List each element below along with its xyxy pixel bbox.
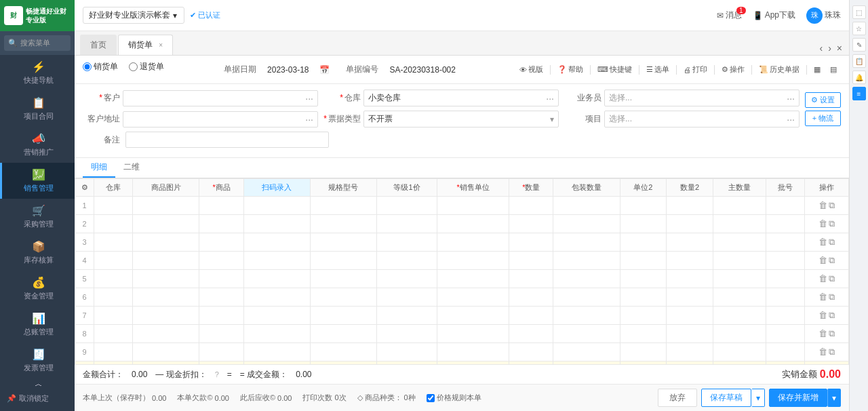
deal-label: = 成交金额： (240, 369, 288, 380)
tab-home[interactable]: 首页 (80, 35, 117, 55)
row-delete-btn[interactable]: 🗑 (818, 328, 828, 339)
form-fields: 客户 ··· 仓库 小卖仓库 ··· (75, 84, 849, 158)
row-delete-btn[interactable]: 🗑 (818, 199, 828, 211)
message-btn[interactable]: ✉ 消息 1 (717, 9, 742, 21)
sidebar-item-accounting[interactable]: 📊 总账管理 (0, 307, 75, 342)
search-menu-button[interactable]: 🔍 搜索菜单 (4, 35, 71, 51)
form-row-customer: 客户 ··· 仓库 小卖仓库 ··· (83, 90, 800, 106)
toolbar-shortcut-btn[interactable]: ⌨ 快捷键 (593, 63, 636, 76)
row-copy-btn[interactable]: ⧉ (828, 309, 835, 321)
note-input[interactable] (125, 132, 329, 148)
warehouse-input[interactable]: 小卖仓库 ··· (363, 90, 559, 106)
toolbar-ops-btn[interactable]: ⚙ 操作 (717, 63, 749, 76)
table-row: 7 🗑⧉ (75, 307, 849, 325)
tab-sales-order[interactable]: 销货单 × (118, 35, 173, 55)
save-draft-btn[interactable]: 保存草稿 (701, 389, 751, 407)
summary-row: 金额合计： 0.00 — 现金折扣： ? = = 成交金额： 0.00 实销金额… (83, 368, 841, 380)
salesperson-dots-btn[interactable]: ··· (787, 93, 795, 104)
inner-tab-detail[interactable]: 明细 (83, 158, 115, 178)
row-copy-btn[interactable]: ⧉ (828, 199, 835, 212)
row-copy-btn[interactable]: ⧉ (828, 236, 835, 248)
sidebar-item-sales[interactable]: 💹 销售管理 (0, 163, 75, 199)
row-copy-btn[interactable]: ⧉ (828, 291, 835, 303)
toolbar-layout1-btn[interactable]: ▦ (810, 64, 825, 75)
sidebar-bottom: 📌 取消锁定 (0, 386, 75, 411)
tab-close-icon[interactable]: × (159, 41, 163, 49)
th-goods: *商品 (199, 179, 243, 197)
company-selector[interactable]: 好业财专业版演示帐套 ▾ (83, 7, 184, 24)
toolbar-view-btn[interactable]: 👁 视版 (515, 63, 547, 76)
customer-input[interactable]: ··· (123, 90, 318, 106)
right-panel-btn-1[interactable]: ⬚ (852, 5, 866, 19)
row-delete-btn[interactable]: 🗑 (818, 254, 828, 266)
abandon-btn[interactable]: 放弃 (658, 389, 697, 407)
row-delete-btn[interactable]: 🗑 (818, 309, 828, 321)
row-delete-btn[interactable]: 🗑 (818, 273, 828, 284)
row-delete-btn[interactable]: 🗑 (818, 291, 828, 302)
tab-next-btn[interactable]: › (827, 41, 833, 55)
tab-close-all-btn[interactable]: × (835, 41, 844, 55)
settings-icon: ⚙ (811, 96, 818, 104)
tab-prev-btn[interactable]: ‹ (818, 41, 824, 55)
sidebar-item-inventory[interactable]: 📦 库存核算 (0, 235, 75, 271)
address-dots-btn[interactable]: ··· (305, 114, 313, 125)
customer-dots-btn[interactable]: ··· (305, 93, 313, 104)
sidebar-item-invoice[interactable]: 🧾 发票管理 (0, 342, 75, 378)
sidebar-item-project[interactable]: 📋 项目合同 (0, 91, 75, 127)
save-new-dropdown-btn[interactable]: ▾ (827, 389, 841, 407)
price-rule-checkbox[interactable]: 价格规则本单 (427, 393, 481, 403)
project-dots-btn[interactable]: ··· (787, 114, 795, 125)
th-unit: *销售单位 (437, 179, 509, 197)
goods-type-item: ◇ 商品种类： 0种 (357, 393, 416, 403)
sidebar-item-quicknav[interactable]: ⚡ 快捷导航 (0, 55, 75, 91)
app-download-btn[interactable]: 📱 App下载 (753, 9, 795, 21)
add-logistics-btn[interactable]: + 物流 (805, 111, 841, 126)
right-panel-btn-3[interactable]: ✎ (852, 38, 866, 52)
settings-btn[interactable]: ⚙ 设置 (805, 92, 841, 108)
sidebar-item-capital[interactable]: 💰 资金管理 (0, 271, 75, 307)
search-icon: 🔍 (8, 39, 18, 47)
toolbar-help-btn[interactable]: ❓ 帮助 (553, 63, 587, 76)
right-panel-btn-2[interactable]: ☆ (852, 22, 866, 35)
radio-return[interactable]: 退货单 (129, 61, 164, 73)
row-delete-btn[interactable]: 🗑 (818, 218, 828, 229)
app-icon: 📱 (753, 11, 763, 20)
sidebar-item-marketing[interactable]: 📣 营销推广 (0, 127, 75, 163)
bottom-actions: 放弃 保存草稿 ▾ 保存并新增 ▾ (658, 389, 841, 407)
last-sale-item: 本单上次（保存时） 0.00 (83, 393, 166, 403)
toolbar-select-btn[interactable]: ☰ 选单 (642, 63, 673, 76)
toolbar-layout2-btn[interactable]: ▤ (826, 64, 841, 75)
row-copy-btn[interactable]: ⧉ (828, 273, 835, 285)
sidebar-item-tax[interactable]: 🏛 税务管理 (0, 378, 75, 386)
actual-label: 实销金额 (782, 368, 817, 380)
save-draft-dropdown-btn[interactable]: ▾ (751, 389, 765, 407)
address-input[interactable]: ··· (123, 111, 318, 128)
save-new-btn[interactable]: 保存并新增 (769, 389, 827, 407)
sidebar-pin-btn[interactable]: 📌 取消锁定 (4, 390, 71, 407)
salesperson-input[interactable]: 选择... ··· (604, 90, 800, 106)
right-panel-btn-6[interactable]: ≡ (852, 87, 866, 100)
project-input[interactable]: 选择... ··· (604, 111, 800, 128)
row-copy-btn[interactable]: ⧉ (828, 346, 835, 358)
user-profile-btn[interactable]: 珠 珠珠 (806, 7, 841, 24)
th-settings[interactable]: ⚙ (75, 179, 94, 197)
row-copy-btn[interactable]: ⧉ (828, 218, 835, 230)
row-copy-btn[interactable]: ⧉ (828, 254, 835, 267)
sidebar-item-purchase[interactable]: 🛒 采购管理 (0, 199, 75, 235)
th-unit2: 单位2 (620, 179, 667, 197)
warehouse-dots-btn[interactable]: ··· (546, 93, 554, 104)
radio-sale[interactable]: 销货单 (83, 61, 118, 73)
discount-help-icon[interactable]: ? (215, 370, 219, 378)
invoice-select[interactable]: 不开票 ▾ (363, 111, 559, 128)
inner-tab-2d[interactable]: 二维 (115, 158, 148, 178)
row-delete-btn[interactable]: 🗑 (818, 236, 828, 248)
toolbar-print-btn[interactable]: 🖨 打印 (679, 63, 711, 76)
right-panel-btn-4[interactable]: 📋 (852, 54, 866, 68)
right-panel-btn-5[interactable]: 🔔 (852, 71, 866, 84)
toolbar-history-btn[interactable]: 📜 历史单据 (755, 63, 804, 76)
calendar-icon[interactable]: 📅 (319, 65, 330, 75)
th-batch-input[interactable]: 扫码录入 (243, 179, 310, 197)
row-delete-btn[interactable]: 🗑 (818, 346, 828, 357)
row-copy-btn[interactable]: ⧉ (828, 328, 835, 340)
th-spec: 规格型号 (310, 179, 376, 197)
